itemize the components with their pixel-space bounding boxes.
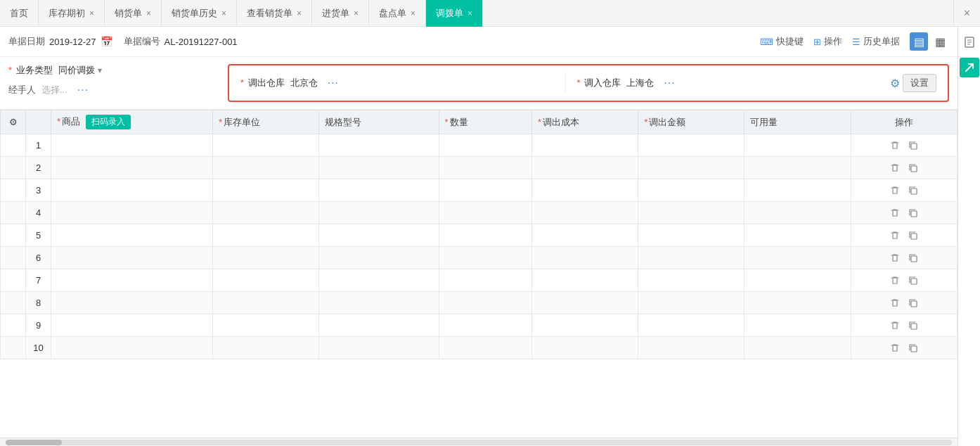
row-unit-cell[interactable] [213,292,319,314]
row-delete-icon[interactable] [887,205,903,221]
row-qty-cell[interactable] [439,337,531,359]
row-qty-cell[interactable] [439,134,531,157]
row-qty-cell[interactable] [439,202,531,224]
row-unit-cell[interactable] [213,224,319,247]
tab-sales-order-close[interactable]: × [146,8,151,18]
row-cost-cell[interactable] [531,134,638,157]
row-spec-cell[interactable] [319,269,439,292]
tab-transfer[interactable]: 调拨单 × [426,0,483,27]
row-qty-cell[interactable] [439,314,531,337]
handler-select[interactable]: 选择... [41,84,67,96]
row-unit-cell[interactable] [213,314,319,337]
row-spec-cell[interactable] [319,337,439,359]
row-unit-cell[interactable] [213,179,319,202]
row-amount-cell[interactable] [638,292,744,314]
tab-home[interactable]: 首页 [0,0,39,27]
row-spec-cell[interactable] [319,157,439,179]
handler-more-icon[interactable]: ··· [77,84,89,96]
row-delete-icon[interactable] [887,228,903,243]
row-amount-cell[interactable] [638,314,744,337]
tab-purchase-close[interactable]: × [354,8,359,18]
row-cost-cell[interactable] [531,179,638,202]
row-qty-cell[interactable] [439,179,531,202]
row-amount-cell[interactable] [638,247,744,269]
row-cost-cell[interactable] [531,292,638,314]
row-cost-cell[interactable] [531,224,638,247]
tab-sales-history[interactable]: 销货单历史 × [162,0,237,27]
row-qty-cell[interactable] [439,157,531,179]
shortcut-button[interactable]: ⌨ 快捷键 [760,35,804,48]
row-unit-cell[interactable] [213,157,319,179]
window-close-button[interactable]: × [953,0,980,27]
grid-view-1-button[interactable]: ▤ [910,32,928,51]
row-delete-icon[interactable] [887,273,903,288]
tab-inventory-init[interactable]: 库存期初 × [39,0,105,27]
row-delete-icon[interactable] [887,295,903,311]
row-goods-cell[interactable] [51,134,213,157]
warehouse-in-more-icon[interactable]: ··· [664,77,675,89]
row-goods-cell[interactable] [51,269,213,292]
row-amount-cell[interactable] [638,179,744,202]
row-spec-cell[interactable] [319,179,439,202]
row-copy-icon[interactable] [905,160,921,176]
row-amount-cell[interactable] [638,202,744,224]
row-goods-cell[interactable] [51,314,213,337]
row-goods-cell[interactable] [51,337,213,359]
tab-inventory-check-close[interactable]: × [411,8,415,18]
scan-barcode-button[interactable]: 扫码录入 [86,115,131,129]
row-unit-cell[interactable] [213,134,319,157]
row-unit-cell[interactable] [213,337,319,359]
row-cost-cell[interactable] [531,337,638,359]
row-amount-cell[interactable] [638,134,744,157]
row-cost-cell[interactable] [531,202,638,224]
row-goods-cell[interactable] [51,179,213,202]
tab-transfer-close[interactable]: × [468,8,472,18]
row-qty-cell[interactable] [439,269,531,292]
row-delete-icon[interactable] [887,138,903,153]
row-copy-icon[interactable] [905,205,921,221]
row-amount-cell[interactable] [638,224,744,247]
row-spec-cell[interactable] [319,134,439,157]
row-cost-cell[interactable] [531,157,638,179]
row-copy-icon[interactable] [905,318,921,333]
row-qty-cell[interactable] [439,224,531,247]
row-copy-icon[interactable] [905,295,921,311]
calendar-icon[interactable]: 📅 [101,36,112,47]
row-delete-icon[interactable] [887,183,903,198]
row-copy-icon[interactable] [905,250,921,266]
row-copy-icon[interactable] [905,183,921,198]
tab-sales-history-close[interactable]: × [221,8,226,18]
tab-view-sales-close[interactable]: × [297,8,302,18]
row-copy-icon[interactable] [905,273,921,288]
row-amount-cell[interactable] [638,157,744,179]
row-goods-cell[interactable] [51,292,213,314]
row-copy-icon[interactable] [905,340,921,356]
horizontal-scrollbar[interactable] [0,438,958,446]
row-qty-cell[interactable] [439,247,531,269]
row-cost-cell[interactable] [531,314,638,337]
row-copy-icon[interactable] [905,228,921,243]
tab-sales-order[interactable]: 销货单 × [105,0,162,27]
tab-inventory-init-close[interactable]: × [89,8,94,18]
row-delete-icon[interactable] [887,160,903,176]
row-copy-icon[interactable] [905,138,921,153]
settings-gear-icon[interactable]: ⚙ [9,117,18,127]
row-spec-cell[interactable] [319,202,439,224]
sidebar-doc-icon[interactable] [960,32,979,52]
row-spec-cell[interactable] [319,247,439,269]
operation-button[interactable]: ⊞ 操作 [813,35,842,48]
row-qty-cell[interactable] [439,292,531,314]
row-cost-cell[interactable] [531,269,638,292]
row-goods-cell[interactable] [51,157,213,179]
row-unit-cell[interactable] [213,247,319,269]
row-cost-cell[interactable] [531,247,638,269]
row-spec-cell[interactable] [319,224,439,247]
tab-purchase[interactable]: 进货单 × [312,0,369,27]
grid-view-2-button[interactable]: ▦ [931,32,949,51]
row-delete-icon[interactable] [887,318,903,333]
row-spec-cell[interactable] [319,314,439,337]
row-goods-cell[interactable] [51,202,213,224]
row-goods-cell[interactable] [51,247,213,269]
biz-type-select[interactable]: 同价调拨 ▾ [58,64,102,77]
warehouse-settings-gear-icon[interactable]: ⚙ [890,77,900,90]
